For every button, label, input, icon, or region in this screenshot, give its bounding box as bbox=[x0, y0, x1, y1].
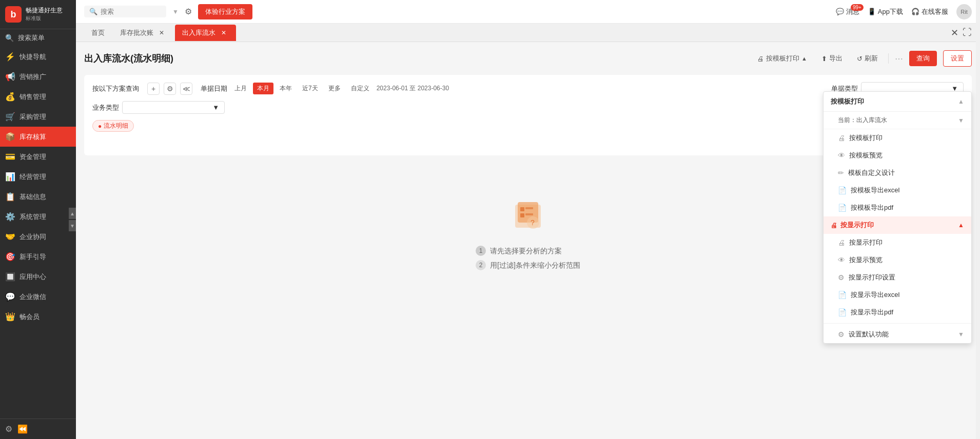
more-icon[interactable]: ⋯ bbox=[895, 54, 903, 64]
sidebar-item-quick[interactable]: ⚡ 快捷导航 bbox=[0, 47, 76, 67]
template-print-btn[interactable]: 🖨 按模板打印 ▲ bbox=[753, 52, 811, 65]
sidebar-item-member[interactable]: 👑 畅会员 bbox=[0, 307, 76, 327]
dropdown-item-label: 模板自定义设计 bbox=[848, 168, 895, 177]
sidebar-item-finance[interactable]: 💳 资金管理 bbox=[0, 147, 76, 167]
active-section-label: 按显示打印 bbox=[840, 221, 958, 230]
design-icon: ✏ bbox=[838, 169, 844, 177]
service-icon: 🎧 bbox=[911, 8, 919, 15]
dropdown-display-excel[interactable]: 📄 按显示导出excel bbox=[824, 286, 971, 304]
dropdown-template-print[interactable]: 🖨 按模板打印 bbox=[824, 129, 971, 147]
topbar-chevron-icon[interactable]: ▼ bbox=[172, 8, 179, 15]
biz-type-label: 业务类型 bbox=[92, 103, 119, 112]
dropdown-display-preview[interactable]: 👁 按显示预览 bbox=[824, 251, 971, 269]
refresh-icon: ↺ bbox=[857, 55, 863, 63]
eye-icon: 👁 bbox=[838, 256, 845, 264]
sidebar-bottom: ⚙ ⏪ bbox=[0, 418, 76, 439]
window-close-button[interactable]: ✕ bbox=[951, 27, 958, 38]
dropdown-display-pdf[interactable]: 📄 按显示导出pdf bbox=[824, 304, 971, 321]
sidebar-item-wechat[interactable]: 💬 企业微信 bbox=[0, 287, 76, 307]
template-print-dropdown: 按模板打印 ▲ 当前：出入库流水 ▼ 🖨 按模板打印 👁 按模板预览 ✏ bbox=[823, 91, 972, 344]
page-title: 出入库流水(流水明细) bbox=[84, 52, 173, 65]
operations-icon: 📊 bbox=[5, 172, 15, 182]
sidebar-scroll-up[interactable]: ▲ bbox=[69, 208, 76, 219]
date-tab-more[interactable]: 更多 bbox=[324, 83, 345, 94]
filter-add-btn[interactable]: + bbox=[147, 83, 160, 95]
dropdown-active-section[interactable]: 🖨 按显示打印 ▲ bbox=[824, 216, 971, 234]
sidebar-item-collab[interactable]: 🤝 企业协同 bbox=[0, 227, 76, 247]
sidebar-scroll-down[interactable]: ▼ bbox=[69, 220, 76, 231]
section-toggle-icon[interactable]: ▲ bbox=[958, 222, 964, 229]
dropdown-template-custom[interactable]: ✏ 模板自定义设计 bbox=[824, 164, 971, 182]
sidebar-item-inventory[interactable]: 📦 库存核算 bbox=[0, 127, 76, 147]
sidebar-item-guide[interactable]: 🎯 新手引导 bbox=[0, 247, 76, 267]
refresh-btn[interactable]: ↺ 刷新 bbox=[853, 52, 882, 65]
guide-icon: 🎯 bbox=[5, 252, 15, 262]
inventory-icon: 📦 bbox=[5, 132, 15, 142]
dropdown-item-label: 按显示导出pdf bbox=[851, 308, 893, 317]
sidebar-item-label: 基础信息 bbox=[19, 192, 46, 202]
tab-home[interactable]: 首页 bbox=[84, 25, 112, 41]
query-button[interactable]: 查询 bbox=[909, 51, 937, 66]
tab-batch-close[interactable]: ✕ bbox=[156, 28, 167, 38]
sidebar-item-marketing[interactable]: 📢 营销推广 bbox=[0, 67, 76, 87]
settings-icon[interactable]: ⚙ bbox=[5, 424, 12, 434]
topbar-search-input[interactable] bbox=[101, 8, 152, 15]
printer-icon: 🖨 bbox=[838, 134, 845, 142]
settings-button[interactable]: 设置 bbox=[943, 50, 972, 67]
dropdown-template-preview[interactable]: 👁 按模板预览 bbox=[824, 147, 971, 164]
filter-collapse-btn[interactable]: ≪ bbox=[180, 83, 192, 95]
tab-flow-close[interactable]: ✕ bbox=[219, 28, 229, 38]
export-btn[interactable]: ⬆ 导出 bbox=[817, 52, 847, 65]
date-tab-current-year[interactable]: 本年 bbox=[276, 83, 296, 94]
date-tab-current-month[interactable]: 本月 bbox=[253, 83, 273, 94]
filter-settings-btn[interactable]: ⚙ bbox=[164, 83, 176, 95]
current-label: 当前：出入库流水 bbox=[838, 116, 887, 125]
page-header: 出入库流水(流水明细) 🖨 按模板打印 ▲ ⬆ 导出 ↺ 刷新 ⋯ 查询 bbox=[84, 50, 972, 67]
dropdown-divider bbox=[824, 323, 971, 324]
tab-home-label: 首页 bbox=[91, 28, 105, 37]
topbar-messages[interactable]: 💬 消息 99+ bbox=[836, 7, 859, 16]
tab-batch[interactable]: 库存批次账 ✕ bbox=[113, 25, 174, 41]
tag-label: 流水明细 bbox=[104, 122, 128, 130]
date-tab-prev-month[interactable]: 上月 bbox=[230, 83, 251, 94]
dropdown-display-settings[interactable]: ⚙ 按显示打印设置 bbox=[824, 269, 971, 286]
topbar-gear-icon[interactable]: ⚙ bbox=[185, 7, 192, 16]
tab-flow[interactable]: 出入库流水 ✕ bbox=[175, 25, 236, 41]
sidebar-item-purchase[interactable]: 🛒 采购管理 bbox=[0, 107, 76, 127]
topbar-service[interactable]: 🎧 在线客服 bbox=[911, 7, 948, 16]
sidebar-item-label: 系统管理 bbox=[19, 212, 46, 222]
sidebar-item-sales[interactable]: 💰 销售管理 bbox=[0, 87, 76, 107]
sidebar-item-search[interactable]: 🔍 搜索菜单 bbox=[0, 29, 76, 47]
chevron-down-icon: ▼ bbox=[958, 117, 964, 124]
dropdown-template-excel[interactable]: 📄 按模板导出excel bbox=[824, 182, 971, 199]
excel-icon: 📄 bbox=[838, 291, 847, 299]
app-name: 畅捷通好生意 bbox=[26, 7, 63, 15]
collapse-sidebar-icon[interactable]: ⏪ bbox=[17, 424, 28, 434]
chevron-up-icon: ▲ bbox=[801, 55, 807, 62]
dropdown-set-default[interactable]: ⚙ 设置默认功能 ▼ bbox=[824, 326, 971, 343]
topbar-app-download[interactable]: 📱 App下载 bbox=[868, 7, 903, 16]
sidebar-item-system[interactable]: ⚙️ 系统管理 bbox=[0, 207, 76, 227]
svg-rect-3 bbox=[525, 207, 533, 209]
dropdown-collapse-icon[interactable]: ▲ bbox=[958, 98, 964, 105]
topbar-search-box[interactable]: 🔍 bbox=[84, 6, 166, 17]
sidebar-item-basic[interactable]: 📋 基础信息 bbox=[0, 187, 76, 207]
dropdown-template-pdf[interactable]: 📄 按模板导出pdf bbox=[824, 199, 971, 216]
biz-type-select[interactable]: ▼ bbox=[122, 101, 225, 114]
user-avatar[interactable]: Rit bbox=[956, 4, 972, 19]
finance-icon: 💳 bbox=[5, 152, 15, 162]
right-scrollbar[interactable] bbox=[976, 0, 980, 439]
trial-button[interactable]: 体验行业方案 bbox=[198, 4, 252, 19]
date-tab-custom[interactable]: 自定义 bbox=[347, 83, 374, 94]
empty-step-1: 1 请先选择要分析的方案 bbox=[476, 244, 580, 258]
sidebar-item-label: 经营管理 bbox=[19, 172, 46, 182]
sidebar-item-apps[interactable]: 🔲 应用中心 bbox=[0, 267, 76, 287]
topbar: 🔍 ▼ ⚙ 体验行业方案 💬 消息 99+ 📱 App下载 🎧 在线客服 Rit bbox=[76, 0, 980, 24]
sidebar-item-operations[interactable]: 📊 经营管理 bbox=[0, 167, 76, 187]
window-maximize-button[interactable]: ⛶ bbox=[963, 27, 972, 38]
svg-text:?: ? bbox=[531, 218, 535, 227]
dropdown-display-print[interactable]: 🖨 按显示打印 bbox=[824, 234, 971, 251]
filter-active-tag[interactable]: ● 流水明细 bbox=[92, 120, 134, 132]
sidebar-item-label: 企业微信 bbox=[19, 292, 46, 302]
date-tab-7days[interactable]: 近7天 bbox=[298, 83, 322, 94]
